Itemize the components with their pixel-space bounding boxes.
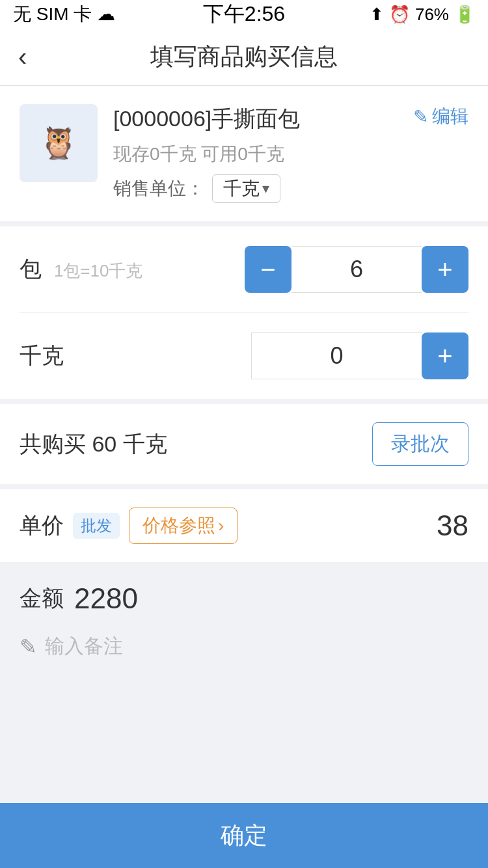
- product-name: [0000006]手撕面包: [113, 104, 398, 134]
- pack-label-group: 包 1包=10千克: [20, 254, 142, 284]
- chevron-down-icon: ▾: [262, 180, 269, 197]
- amount-value: 2280: [74, 582, 138, 615]
- kg-label: 千克: [20, 341, 64, 371]
- total-text: 共购买 60 千克: [20, 429, 167, 459]
- product-card: 🦉 [0000006]手撕面包 现存0千克 可用0千克 销售单位： 千克 ▾ ✎…: [0, 86, 488, 226]
- pack-input[interactable]: [291, 246, 422, 293]
- amount-row: 金额 2280: [20, 582, 468, 615]
- remark-placeholder: 输入备注: [45, 633, 123, 660]
- chevron-right-icon: ›: [218, 515, 224, 536]
- pack-row: 包 1包=10千克 − +: [20, 226, 468, 313]
- amount-label: 金额: [20, 584, 64, 614]
- back-button[interactable]: ‹: [18, 42, 27, 72]
- page-title: 填写商品购买信息: [150, 41, 338, 73]
- sim-label: 无 SIM 卡 ☁: [13, 2, 115, 27]
- kg-plus-button[interactable]: +: [422, 332, 468, 379]
- pack-plus-button[interactable]: +: [422, 246, 468, 293]
- price-left: 单价 批发 价格参照 ›: [20, 508, 237, 544]
- edit-button[interactable]: ✎ 编辑: [413, 104, 468, 129]
- product-unit: 销售单位： 千克 ▾: [113, 174, 398, 203]
- pack-sublabel: 1包=10千克: [54, 261, 143, 280]
- pencil-icon: ✎: [20, 634, 37, 659]
- quantity-section: 包 1包=10千克 − + 千克 +: [0, 226, 488, 404]
- battery-icon: 🔋: [454, 5, 475, 25]
- unit-label: 销售单位：: [113, 176, 204, 201]
- product-logo: 🦉: [39, 125, 78, 161]
- location-icon: ⬆: [370, 5, 384, 25]
- status-time: 下午2:56: [203, 0, 285, 29]
- price-section: 单价 批发 价格参照 › 38: [0, 489, 488, 563]
- product-edit[interactable]: ✎ 编辑: [413, 104, 468, 129]
- batch-button[interactable]: 录批次: [372, 422, 468, 466]
- edit-icon: ✎: [413, 106, 428, 128]
- remark-row[interactable]: ✎ 输入备注: [20, 628, 468, 665]
- alarm-icon: ⏰: [389, 5, 410, 25]
- kg-control: +: [251, 332, 468, 379]
- status-right: ⬆ ⏰ 76% 🔋: [370, 5, 475, 25]
- product-stock: 现存0千克 可用0千克: [113, 142, 398, 167]
- unit-selector[interactable]: 千克 ▾: [212, 174, 280, 203]
- nav-bar: ‹ 填写商品购买信息: [0, 29, 488, 86]
- price-ref-button[interactable]: 价格参照 ›: [129, 508, 237, 544]
- price-label: 单价: [20, 511, 64, 541]
- pack-minus-button[interactable]: −: [245, 246, 291, 293]
- kg-row: 千克 +: [20, 313, 468, 399]
- product-image: 🦉: [20, 104, 98, 182]
- pack-control: − +: [245, 246, 468, 293]
- kg-input[interactable]: [251, 332, 422, 379]
- amount-section: 金额 2280 ✎ 输入备注: [0, 563, 488, 678]
- wholesale-badge: 批发: [73, 513, 120, 539]
- product-info: [0000006]手撕面包 现存0千克 可用0千克 销售单位： 千克 ▾: [113, 104, 398, 203]
- total-row: 共购买 60 千克 录批次: [0, 404, 488, 489]
- status-left: 无 SIM 卡 ☁: [13, 2, 115, 27]
- status-bar: 无 SIM 卡 ☁ 下午2:56 ⬆ ⏰ 76% 🔋: [0, 0, 488, 29]
- battery-label: 76%: [415, 5, 449, 25]
- price-value: 38: [437, 509, 468, 542]
- confirm-button[interactable]: 确定: [0, 803, 488, 868]
- pack-label: 包: [20, 256, 42, 281]
